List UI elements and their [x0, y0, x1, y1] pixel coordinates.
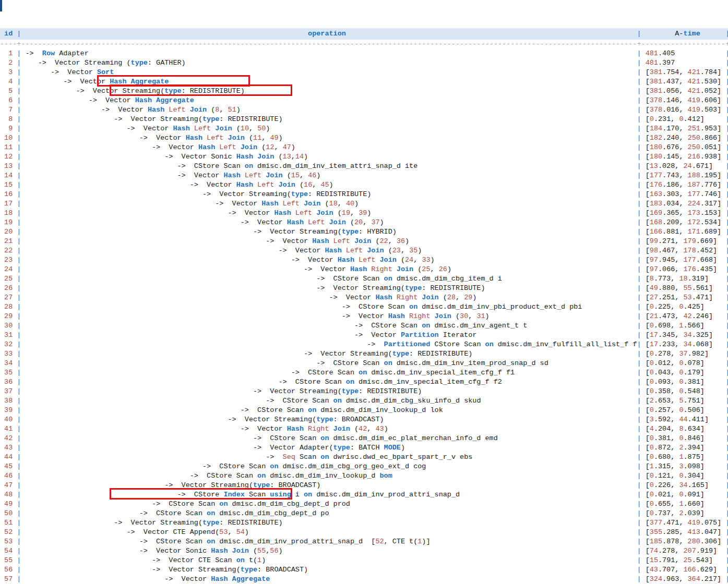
plan-row-12: 12 | -> Vector Sonic Hash Join (13,14) |… — [0, 152, 728, 162]
plan-row-48: 48 | -> CStore Index Scan using i on dmi… — [0, 490, 728, 500]
plan-row-28: 28 | -> CStore Scan on dmisc.dm_dim_inv_… — [0, 302, 728, 312]
plan-row-26: 26 | -> Vector Streaming(type: REDISTRIB… — [0, 284, 728, 293]
plan-row-40: 40 | -> Vector Streaming(type: BROADCAST… — [0, 415, 728, 424]
plan-row-6: 6 | -> Vector Hash Aggregate | [378.146,… — [0, 96, 728, 105]
plan-row-44: 44 | -> Seq Scan on dwrisc.dwd_ec_bpart_… — [0, 453, 728, 462]
plan-row-1: 1 | -> Row Adapter | 481.405 | — [0, 49, 728, 58]
plan-row-32: 32 | -> Partitioned CStore Scan on dmisc… — [0, 340, 728, 349]
table-header: id | operation | A-time | — [0, 28, 728, 40]
plan-row-23: 23 | -> Vector Hash Left Join (24, 33) |… — [0, 256, 728, 265]
plan-row-15: 15 | -> Vector Hash Left Join (16, 45) |… — [0, 180, 728, 190]
plan-row-29: 29 | -> Vector Hash Right Join (30, 31) … — [0, 312, 728, 321]
plan-row-56: 56 | -> Vector Streaming(type: BROADCAST… — [0, 565, 728, 575]
plan-row-25: 25 | -> CStore Scan on dmisc.dm_dim_cbg_… — [0, 274, 728, 284]
plan-row-36: 36 | -> CStore Scan on dmisc.dm_inv_spec… — [0, 378, 728, 387]
plan-row-5: 5 | -> Vector Streaming(type: REDISTRIBU… — [0, 87, 728, 96]
plan-lines: id | operation | A-time |----+----------… — [0, 28, 728, 584]
plan-row-33: 33 | -> Vector Streaming(type: REDISTRIB… — [0, 349, 728, 359]
plan-row-55: 55 | -> Vector CTE Scan on t(1) | [15.79… — [0, 556, 728, 565]
plan-row-7: 7 | -> Vector Hash Left Join (8, 51) | [… — [0, 105, 728, 115]
plan-row-18: 18 | -> Vector Hash Left Join (19, 39) |… — [0, 209, 728, 218]
plan-row-50: 50 | -> CStore Scan on dmisc.dm_dim_cbg_… — [0, 509, 728, 518]
plan-row-31: 31 | -> Vector Partition Iterator | [17.… — [0, 331, 728, 340]
plan-row-42: 42 | -> CStore Scan on dmisc.dm_dim_ec_p… — [0, 434, 728, 443]
plan-row-43: 43 | -> Vector Adapter(type: BATCH MODE)… — [0, 443, 728, 453]
plan-row-49: 49 | -> CStore Scan on dmisc.dm_dim_cbg_… — [0, 500, 728, 509]
cursor-bar — [0, 0, 2, 11]
plan-row-47: 47 | -> Vector Streaming(type: BROADCAST… — [0, 481, 728, 490]
plan-row-13: 13 | -> CStore Scan on dmisc.dm_dim_inv_… — [0, 162, 728, 171]
plan-row-45: 45 | -> CStore Scan on dmisc.dm_dim_cbg_… — [0, 462, 728, 471]
plan-row-8: 8 | -> Vector Streaming(type: REDISTRIBU… — [0, 115, 728, 124]
plan-row-14: 14 | -> Vector Hash Left Join (15, 46) |… — [0, 171, 728, 180]
plan-row-16: 16 | -> Vector Streaming(type: REDISTRIB… — [0, 190, 728, 199]
plan-row-51: 51 | -> Vector Streaming(type: REDISTRIB… — [0, 518, 728, 528]
table-separator: ----+-----------------------------------… — [0, 40, 728, 49]
plan-row-20: 20 | -> Vector Streaming(type: HYBRID) |… — [0, 227, 728, 237]
plan-row-57: 57 | -> Vector Hash Aggregate | [324.963… — [0, 575, 728, 584]
plan-row-24: 24 | -> Vector Hash Right Join (25, 26) … — [0, 265, 728, 274]
plan-row-3: 3 | -> Vector Sort | [381.754, 421.784] … — [0, 68, 728, 77]
plan-row-19: 19 | -> Vector Hash Left Join (20, 37) |… — [0, 218, 728, 227]
plan-row-21: 21 | -> Vector Hash Left Join (22, 36) |… — [0, 237, 728, 246]
plan-row-35: 35 | -> CStore Scan on dmisc.dm_inv_spec… — [0, 368, 728, 378]
plan-row-9: 9 | -> Vector Hash Left Join (10, 50) | … — [0, 124, 728, 133]
plan-row-52: 52 | -> Vector CTE Append(53, 54) | [355… — [0, 528, 728, 537]
plan-row-37: 37 | -> Vector Streaming(type: REDISTRIB… — [0, 387, 728, 396]
plan-row-11: 11 | -> Vector Hash Left Join (12, 47) |… — [0, 143, 728, 152]
plan-row-4: 4 | -> Vector Hash Aggregate | [381.437,… — [0, 77, 728, 87]
plan-row-46: 46 | -> CStore Scan on dmisc.dm_dim_inv_… — [0, 471, 728, 481]
plan-row-54: 54 | -> Vector Sonic Hash Join (55,56) |… — [0, 546, 728, 556]
plan-row-2: 2 | -> Vector Streaming (type: GATHER) |… — [0, 58, 728, 68]
plan-row-10: 10 | -> Vector Hash Left Join (11, 49) |… — [0, 133, 728, 143]
plan-row-27: 27 | -> Vector Hash Right Join (28, 29) … — [0, 293, 728, 302]
plan-row-39: 39 | -> CStore Scan on dmisc.dm_dim_inv_… — [0, 406, 728, 415]
plan-row-34: 34 | -> CStore Scan on dmisc.dm_dim_inv_… — [0, 359, 728, 368]
explain-plan-output: id | operation | A-time |----+----------… — [0, 0, 728, 584]
plan-row-22: 22 | -> Vector Hash Left Join (23, 35) |… — [0, 246, 728, 256]
plan-row-41: 41 | -> Vector Hash Right Join (42, 43) … — [0, 424, 728, 434]
plan-row-53: 53 | -> CStore Scan on dmisc.dm_dim_inv_… — [0, 537, 728, 546]
plan-row-30: 30 | -> CStore Scan on dmisc.dm_inv_agen… — [0, 321, 728, 331]
plan-row-17: 17 | -> Vector Hash Left Join (18, 40) |… — [0, 199, 728, 209]
plan-row-38: 38 | -> CStore Scan on dmisc.dm_dim_cbg_… — [0, 396, 728, 406]
